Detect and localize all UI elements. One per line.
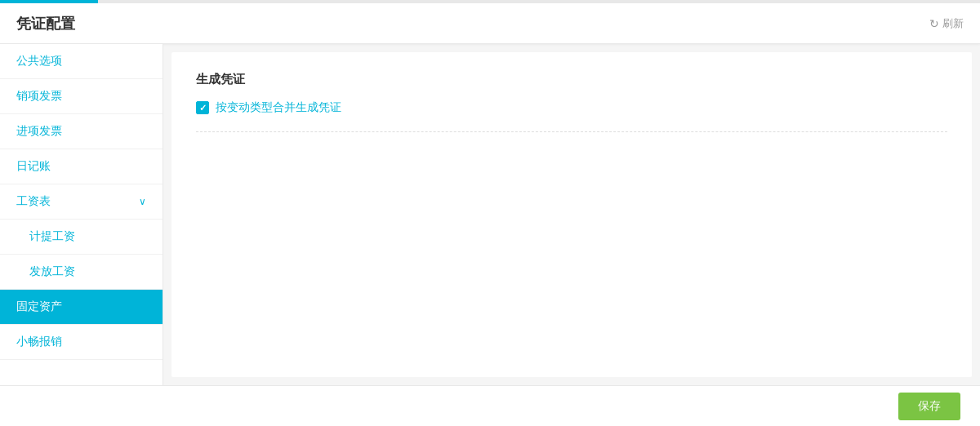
footer: 保存 [0, 385, 980, 426]
merge-by-type-checkbox[interactable] [196, 101, 209, 114]
page-title: 凭证配置 [16, 14, 75, 33]
sidebar: 公共选项 销项发票 进项发票 日记账 工资表 ∨ 计提工资 发放工资 固定资产 … [0, 44, 163, 385]
chevron-down-icon: ∨ [139, 196, 146, 207]
checkbox-label: 按变动类型合并生成凭证 [216, 100, 341, 115]
refresh-label: 刷新 [942, 16, 964, 31]
sidebar-item-expense-claim[interactable]: 小畅报销 [0, 325, 163, 360]
section-divider [196, 131, 947, 132]
top-bar [0, 0, 980, 3]
sidebar-item-label: 计提工资 [29, 229, 75, 244]
sidebar-item-label: 销项发票 [16, 89, 62, 104]
content-area: 生成凭证 按变动类型合并生成凭证 [172, 52, 972, 377]
sidebar-item-label: 日记账 [16, 159, 51, 174]
sidebar-item-label: 发放工资 [29, 264, 75, 279]
section-title: 生成凭证 [196, 72, 947, 87]
sidebar-item-accrued-payroll[interactable]: 计提工资 [0, 220, 163, 255]
sidebar-item-label: 工资表 [16, 194, 51, 209]
save-button[interactable]: 保存 [898, 393, 960, 420]
top-bar-active-indicator [0, 0, 98, 3]
refresh-icon: ↻ [929, 17, 939, 30]
sidebar-item-payroll-table[interactable]: 工资表 ∨ [0, 184, 163, 220]
main-layout: 公共选项 销项发票 进项发票 日记账 工资表 ∨ 计提工资 发放工资 固定资产 … [0, 44, 980, 385]
refresh-button[interactable]: ↻ 刷新 [929, 16, 964, 31]
header: 凭证配置 ↻ 刷新 [0, 3, 980, 44]
sidebar-item-purchase-invoice[interactable]: 进项发票 [0, 114, 163, 149]
sidebar-item-pay-payroll[interactable]: 发放工资 [0, 255, 163, 290]
checkbox-row: 按变动类型合并生成凭证 [196, 100, 947, 115]
sidebar-item-sales-invoice[interactable]: 销项发票 [0, 79, 163, 114]
sidebar-item-fixed-assets[interactable]: 固定资产 [0, 290, 163, 325]
sidebar-item-public-options[interactable]: 公共选项 [0, 44, 163, 79]
sidebar-item-label: 公共选项 [16, 54, 62, 69]
sidebar-item-label: 固定资产 [16, 300, 62, 314]
sidebar-item-journal[interactable]: 日记账 [0, 149, 163, 184]
sidebar-item-label: 进项发票 [16, 124, 62, 139]
sidebar-item-label: 小畅报销 [16, 335, 62, 349]
